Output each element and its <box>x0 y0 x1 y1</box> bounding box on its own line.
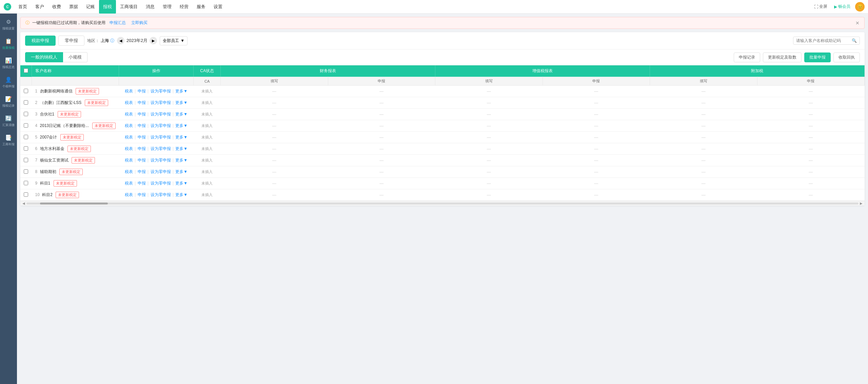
op-zero-declare-6[interactable]: 设为零申报 <box>151 158 171 163</box>
tab-small-scale[interactable]: 小规模 <box>63 52 87 62</box>
op-declare-1[interactable]: 申报 <box>138 100 146 105</box>
sidebar-item-personal-tax[interactable]: 👤 个税申报 <box>0 73 17 92</box>
op-zero-declare-3[interactable]: 设为零申报 <box>151 123 171 128</box>
nav-item-message[interactable]: 消息 <box>142 0 159 14</box>
horizontal-scrollbar[interactable]: ◀ ▶ <box>20 201 865 206</box>
row-checkbox-1[interactable] <box>24 100 28 105</box>
op-more-7[interactable]: 更多▼ <box>175 169 188 175</box>
op-declare-3[interactable]: 申报 <box>138 123 146 128</box>
nav-item-service[interactable]: 服务 <box>193 0 210 14</box>
op-zero-declare-0[interactable]: 设为零申报 <box>151 89 171 93</box>
scrollbar-thumb[interactable] <box>40 202 108 205</box>
row-checkbox-7[interactable] <box>24 169 28 174</box>
op-tax-table-7[interactable]: 税表 <box>125 169 133 174</box>
fullscreen-button[interactable]: ⛶ 全屏 <box>812 3 829 10</box>
row-checkbox-8[interactable] <box>24 181 28 185</box>
op-more-0[interactable]: 更多▼ <box>175 88 188 94</box>
banner-link-buy[interactable]: 立即购买 <box>131 20 147 26</box>
sur-declare-cell-1: — <box>757 97 865 109</box>
next-month-button[interactable]: ▶ <box>150 37 157 44</box>
fin-fill-cell-9: — <box>221 189 328 201</box>
op-more-5[interactable]: 更多▼ <box>175 146 188 152</box>
nav-item-customer[interactable]: 客户 <box>31 0 48 14</box>
select-all-checkbox[interactable] <box>24 68 28 73</box>
nav-item-settings[interactable]: 设置 <box>210 0 226 14</box>
scroll-right-arrow[interactable]: ▶ <box>860 201 863 205</box>
op-tax-table-6[interactable]: 税表 <box>125 158 133 163</box>
nav-item-invoice[interactable]: 票据 <box>65 0 82 14</box>
op-declare-9[interactable]: 申报 <box>138 192 146 197</box>
collect-receipt-button[interactable]: 收取回执 <box>833 52 860 62</box>
op-tax-table-3[interactable]: 税表 <box>125 123 133 128</box>
op-more-8[interactable]: 更多▼ <box>175 180 188 186</box>
op-tax-table-8[interactable]: 税表 <box>125 181 133 186</box>
row-checkbox-0[interactable] <box>24 89 28 93</box>
info-icon[interactable]: ⓘ <box>110 38 114 44</box>
sidebar-item-tax-records[interactable]: 📝 报税记录 <box>0 92 17 111</box>
search-input[interactable] <box>796 38 850 43</box>
banner-link-summary[interactable]: 申报汇总 <box>110 20 126 26</box>
banner-close[interactable]: ✕ <box>855 20 860 26</box>
row-checkbox-6[interactable] <box>24 158 28 162</box>
nav-item-fee[interactable]: 收费 <box>48 0 65 14</box>
search-icon[interactable]: 🔍 <box>852 38 857 43</box>
tab-zero-declare[interactable]: 零申报 <box>58 36 84 46</box>
op-more-2[interactable]: 更多▼ <box>175 111 188 117</box>
tab-tax-declare[interactable]: 税款申报 <box>25 36 56 46</box>
row-checkbox-3[interactable] <box>24 123 28 128</box>
sidebar-item-annual-report[interactable]: 📑 工商年报 <box>0 131 17 150</box>
op-more-6[interactable]: 更多▼ <box>175 157 188 163</box>
row-checkbox-4[interactable] <box>24 135 28 139</box>
op-declare-7[interactable]: 申报 <box>138 169 146 174</box>
op-declare-4[interactable]: 申报 <box>138 135 146 140</box>
op-zero-declare-7[interactable]: 设为零申报 <box>151 169 171 174</box>
batch-declare-button[interactable]: 批量申报 <box>804 52 831 62</box>
op-zero-declare-8[interactable]: 设为零申报 <box>151 181 171 186</box>
nav-item-manage[interactable]: 管理 <box>159 0 176 14</box>
sidebar-item-tax-overview[interactable]: 📊 报税总览 <box>0 54 17 73</box>
staff-dropdown[interactable]: 全部员工 ▼ <box>160 36 188 45</box>
op-declare-6[interactable]: 申报 <box>138 158 146 163</box>
tab-general-taxpayer[interactable]: 一般的纳税人 <box>25 52 63 62</box>
op-tax-table-0[interactable]: 税表 <box>125 89 133 93</box>
update-tax-button[interactable]: 更新税定及取数 <box>763 52 802 62</box>
avatar[interactable]: 😊 <box>855 2 865 12</box>
nav-item-tax[interactable]: 报税 <box>99 0 116 14</box>
op-declare-8[interactable]: 申报 <box>138 181 146 186</box>
op-more-3[interactable]: 更多▼ <box>175 123 188 129</box>
sidebar-item-batch-tax[interactable]: 📋 批量报税 <box>0 34 17 54</box>
scrollbar-track[interactable] <box>26 202 859 205</box>
op-zero-declare-9[interactable]: 设为零申报 <box>151 192 171 197</box>
row-checkbox-2[interactable] <box>24 112 28 116</box>
op-declare-5[interactable]: 申报 <box>138 146 146 151</box>
nav-item-home[interactable]: 首页 <box>14 0 31 14</box>
op-tax-table-4[interactable]: 税表 <box>125 135 133 140</box>
op-more-9[interactable]: 更多▼ <box>175 192 188 198</box>
op-zero-declare-1[interactable]: 设为零申报 <box>151 100 171 105</box>
nav-item-account[interactable]: 记账 <box>82 0 99 14</box>
nav-item-operation[interactable]: 经营 <box>176 0 193 14</box>
op-declare-0[interactable]: 申报 <box>138 89 146 93</box>
sidebar-item-annual-clear[interactable]: 🔄 汇算清缴 <box>0 111 17 131</box>
op-more-4[interactable]: 更多▼ <box>175 134 188 140</box>
op-zero-declare-4[interactable]: 设为零申报 <box>151 135 171 140</box>
member-button[interactable]: ▶ 畅会员 <box>832 3 852 10</box>
scroll-left-arrow[interactable]: ◀ <box>22 201 25 205</box>
op-tax-table-2[interactable]: 税表 <box>125 112 133 116</box>
op-declare-2[interactable]: 申报 <box>138 112 146 116</box>
row-checkbox-9[interactable] <box>24 192 28 197</box>
declare-records-button[interactable]: 申报记录 <box>734 52 760 62</box>
op-tax-table-5[interactable]: 税表 <box>125 146 133 151</box>
col-financial-report: 财务报表 <box>221 65 435 77</box>
row-checkbox-5[interactable] <box>24 146 28 151</box>
op-tax-table-9[interactable]: 税表 <box>125 192 133 197</box>
op-more-1[interactable]: 更多▼ <box>175 100 188 106</box>
sidebar-item-tax-settings[interactable]: ⚙ 报税设置 <box>0 15 17 34</box>
op-tax-table-1[interactable]: 税表 <box>125 100 133 105</box>
op-zero-declare-5[interactable]: 设为零申报 <box>151 146 171 151</box>
operation-cell-2: 税表 | 申报 | 设为零申报 | 更多▼ <box>119 109 194 120</box>
prev-month-button[interactable]: ◀ <box>117 37 124 44</box>
search-box[interactable]: 🔍 <box>793 37 860 45</box>
nav-item-business[interactable]: 工商项目 <box>116 0 142 14</box>
op-zero-declare-2[interactable]: 设为零申报 <box>151 112 171 116</box>
